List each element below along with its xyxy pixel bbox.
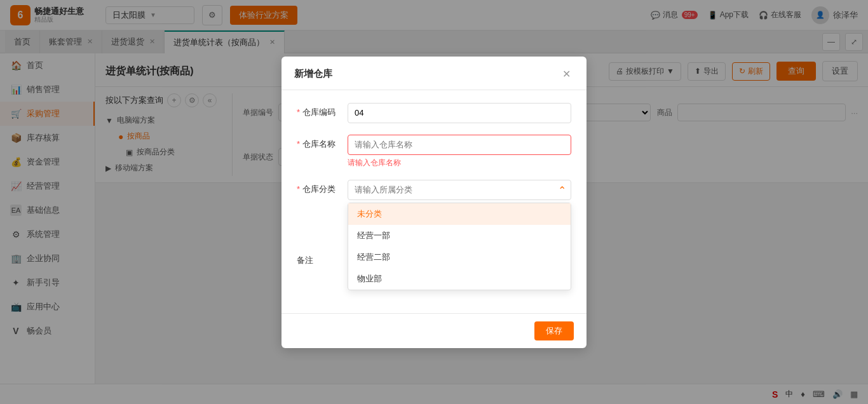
- add-warehouse-dialog: 新增仓库 ✕ 仓库编码 仓库名称 请输入仓库名称 仓库分类: [281, 57, 587, 348]
- category-dropdown: 未分类 经营一部 经营二部 物业部: [348, 203, 571, 290]
- dropdown-item-ops1[interactable]: 经营一部: [348, 225, 571, 246]
- category-label: 仓库分类: [297, 180, 348, 195]
- warehouse-name-input[interactable]: [348, 135, 571, 155]
- dialog-header: 新增仓库 ✕: [281, 57, 587, 90]
- name-control: 请输入仓库名称: [348, 135, 571, 168]
- form-row-category: 仓库分类 ⌃ 未分类 经营一部 经营二部 物业部: [297, 180, 571, 200]
- dialog-overlay[interactable]: 新增仓库 ✕ 仓库编码 仓库名称 请输入仓库名称 仓库分类: [0, 0, 868, 404]
- category-select-wrap: ⌃: [348, 180, 571, 200]
- name-label: 仓库名称: [297, 135, 348, 150]
- dropdown-item-ops2[interactable]: 经营二部: [348, 246, 571, 268]
- category-control: ⌃ 未分类 经营一部 经营二部 物业部: [348, 180, 571, 200]
- form-row-name: 仓库名称 请输入仓库名称: [297, 135, 571, 168]
- name-error-msg: 请输入仓库名称: [348, 158, 571, 168]
- dialog-body: 仓库编码 仓库名称 请输入仓库名称 仓库分类 ⌃: [281, 90, 587, 313]
- dropdown-item-property[interactable]: 物业部: [348, 268, 571, 290]
- code-control: [348, 103, 571, 123]
- save-button[interactable]: 保存: [534, 321, 574, 340]
- category-input[interactable]: [348, 180, 571, 200]
- warehouse-code-input[interactable]: [348, 103, 571, 123]
- dialog-title: 新增仓库: [294, 68, 332, 80]
- dialog-footer: 保存: [281, 313, 587, 348]
- remark-label: 备注: [297, 251, 348, 266]
- dropdown-item-uncategorized[interactable]: 未分类: [348, 203, 571, 225]
- form-row-code: 仓库编码: [297, 103, 571, 123]
- code-label: 仓库编码: [297, 103, 348, 118]
- dialog-close-icon[interactable]: ✕: [559, 67, 574, 82]
